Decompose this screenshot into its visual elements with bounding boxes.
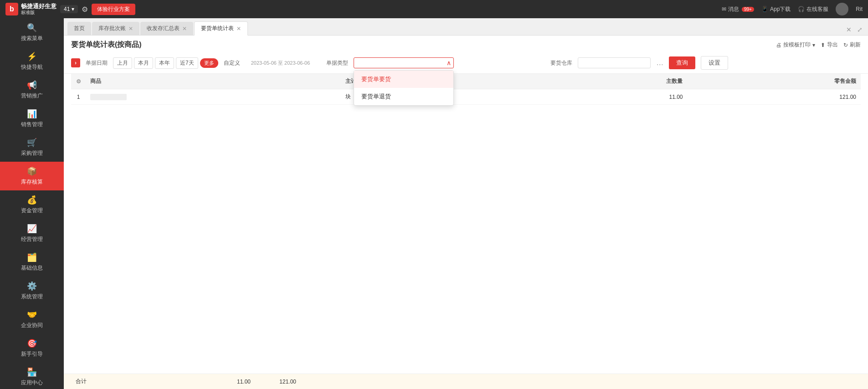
avatar[interactable] xyxy=(836,3,848,15)
date-range-display: 2023-05-06 至 2023-06-06 xyxy=(251,60,310,67)
settings-button[interactable]: 设置 xyxy=(701,56,728,70)
query-button[interactable]: 查询 xyxy=(669,56,695,69)
tab-home-label: 首页 xyxy=(74,25,85,32)
date-custom-btn[interactable]: 自定义 xyxy=(220,58,244,68)
warehouse-label: 要货仓库 xyxy=(550,59,572,67)
brand-sub: 标准版 xyxy=(21,10,56,15)
filter-expand-btn[interactable]: › xyxy=(71,58,80,67)
doc-type-label: 单据类型 xyxy=(326,59,348,67)
tab-expand-icon[interactable]: ⤢ xyxy=(855,24,864,35)
sidebar-item-marketing[interactable]: 📢 营销推广 xyxy=(0,76,64,104)
trend-icon: 📈 xyxy=(27,224,37,234)
sidebar-item-label: 采购管理 xyxy=(21,149,43,157)
trial-button[interactable]: 体验行业方案 xyxy=(92,4,135,15)
table-wrap: ⚙ 商品 主计量单位 主数量 零售金额 1 xyxy=(64,74,868,374)
sidebar-item-system[interactable]: ⚙️ 系统管理 xyxy=(0,276,64,305)
row-no: 1 xyxy=(71,89,86,105)
table-footer: 合计 11.00 121.00 xyxy=(64,374,868,389)
sidebar-item-label: 搜索菜单 xyxy=(21,35,43,42)
sidebar-item-sales[interactable]: 📊 销售管理 xyxy=(0,104,64,133)
logo-icon: b xyxy=(5,3,18,15)
page-title-bar: 要货单统计表(按商品) 🖨 按模板打印 ▾ ⬆ 导出 ↻ 刷新 xyxy=(64,36,868,52)
header-settings-icon[interactable]: ⚙ xyxy=(82,5,88,14)
more-filter-icon[interactable]: … xyxy=(656,59,663,67)
gear-icon: ⚙️ xyxy=(27,281,37,291)
headset-icon: 🎧 xyxy=(798,6,805,12)
search-icon: 🔍 xyxy=(27,23,37,33)
page-title: 要货单统计表(按商品) xyxy=(71,40,142,50)
dropdown-item-label: 要货单退货 xyxy=(361,93,391,100)
col-settings-header: ⚙ xyxy=(71,74,86,89)
export-btn[interactable]: ⬆ 导出 xyxy=(821,41,838,49)
chart-icon: 📊 xyxy=(27,109,37,119)
dropdown-item-label: 要货单要货 xyxy=(361,76,391,82)
tab-bar-right: ✕ ⤢ xyxy=(844,24,868,35)
date-btn-last-month[interactable]: 上月 xyxy=(113,57,132,69)
tab-receive-summary-label: 收发存汇总表 xyxy=(147,25,180,32)
export-icon: ⬆ xyxy=(821,42,825,48)
chevron-down-icon: ▾ xyxy=(72,6,74,12)
sidebar-item-label: 应用中心 xyxy=(21,379,43,387)
sidebar-item-label: 营销推广 xyxy=(21,92,43,100)
message-action[interactable]: ✉ 消息 99+ xyxy=(722,5,754,13)
refresh-btn[interactable]: ↻ 刷新 xyxy=(843,41,861,49)
sidebar-item-finance[interactable]: 💰 资金管理 xyxy=(0,190,64,219)
company-num: 41 xyxy=(64,6,70,12)
company-selector[interactable]: 41 ▾ xyxy=(60,5,78,13)
doc-type-chevron-icon[interactable]: ∧ xyxy=(447,59,451,67)
online-service-label: 在线客服 xyxy=(806,5,828,13)
dropdown-item-order-purchase[interactable]: 要货单要货 xyxy=(354,71,453,88)
col-product-header: 商品 xyxy=(86,74,341,89)
handshake-icon: 🤝 xyxy=(27,310,37,320)
sidebar-item-basic-info[interactable]: 🗂️ 基础信息 xyxy=(0,248,64,276)
sidebar-item-guide[interactable]: 🎯 新手引导 xyxy=(0,334,64,363)
date-buttons: 上月 本月 本年 近7天 更多 自定义 xyxy=(113,57,244,69)
tab-home[interactable]: 首页 xyxy=(67,22,91,35)
content-area: 首页 库存批次账 ✕ 收发存汇总表 ✕ 要货单统计表 ✕ ✕ ⤢ 要 xyxy=(64,18,868,389)
table-gear-icon[interactable]: ⚙ xyxy=(76,78,81,85)
date-btn-last-7-days[interactable]: 近7天 xyxy=(176,57,198,69)
date-btn-this-month[interactable]: 本月 xyxy=(134,57,153,69)
tab-batch-account[interactable]: 库存批次账 ✕ xyxy=(92,22,139,35)
printer-icon: 🖨 xyxy=(776,42,781,48)
sidebar-item-inventory[interactable]: 📦 库存核算 xyxy=(0,162,64,190)
doc-type-input-wrap: ∧ xyxy=(354,57,454,68)
tab-close-all-icon[interactable]: ✕ xyxy=(844,24,853,35)
sidebar-item-purchase[interactable]: 🛒 采购管理 xyxy=(0,133,64,162)
tab-close-icon[interactable]: ✕ xyxy=(182,26,187,32)
date-btn-this-year[interactable]: 本年 xyxy=(155,57,174,69)
sidebar-item-search[interactable]: 🔍 搜索菜单 xyxy=(0,18,64,47)
date-more-badge[interactable]: 更多 xyxy=(200,58,218,68)
folder-icon: 🗂️ xyxy=(27,252,37,262)
sidebar-item-label: 库存核算 xyxy=(21,178,43,186)
sidebar-item-operations[interactable]: 📈 经营管理 xyxy=(0,219,64,248)
online-service-action[interactable]: 🎧 在线客服 xyxy=(798,5,828,13)
print-template-label: 按模板打印 xyxy=(783,41,811,49)
cart-icon: 🛒 xyxy=(27,138,37,148)
sidebar-item-label: 基础信息 xyxy=(21,264,43,272)
sidebar-item-label: 新手引导 xyxy=(21,350,43,358)
user-name: Rit xyxy=(856,6,863,12)
tab-close-icon[interactable]: ✕ xyxy=(128,26,133,32)
tab-bar: 首页 库存批次账 ✕ 收发存汇总表 ✕ 要货单统计表 ✕ ✕ ⤢ xyxy=(64,18,868,36)
app-download-action[interactable]: 📱 App下载 xyxy=(761,5,791,13)
warehouse-input[interactable] xyxy=(578,57,651,68)
tab-close-icon[interactable]: ✕ xyxy=(236,26,241,32)
dropdown-item-order-return[interactable]: 要货单退货 xyxy=(354,88,453,105)
sidebar-item-label: 快捷导航 xyxy=(21,63,43,71)
tab-order-stats[interactable]: 要货单统计表 ✕ xyxy=(194,21,248,36)
print-template-btn[interactable]: 🖨 按模板打印 ▾ xyxy=(776,41,815,49)
tab-receive-summary[interactable]: 收发存汇总表 ✕ xyxy=(140,22,193,35)
doc-type-input[interactable] xyxy=(354,57,454,68)
sidebar-item-shortcut[interactable]: ⚡ 快捷导航 xyxy=(0,47,64,76)
main-layout: 🔍 搜索菜单 ⚡ 快捷导航 📢 营销推广 📊 销售管理 🛒 采购管理 📦 库存核… xyxy=(0,18,868,389)
sidebar-item-collab[interactable]: 🤝 企业协同 xyxy=(0,305,64,334)
row-qty: 11.00 xyxy=(544,89,687,105)
sidebar-item-label: 资金管理 xyxy=(21,207,43,215)
total-qty: 11.00 xyxy=(214,379,251,385)
message-label: 消息 xyxy=(728,5,739,13)
filter-row: › 单据日期 上月 本月 本年 近7天 更多 自定义 2023-05-06 至 … xyxy=(71,56,861,70)
sidebar-item-app-center[interactable]: 🏪 应用中心 xyxy=(0,363,64,389)
total-label: 合计 xyxy=(76,378,87,385)
doc-type-dropdown: 要货单要货 要货单退货 xyxy=(354,70,454,106)
